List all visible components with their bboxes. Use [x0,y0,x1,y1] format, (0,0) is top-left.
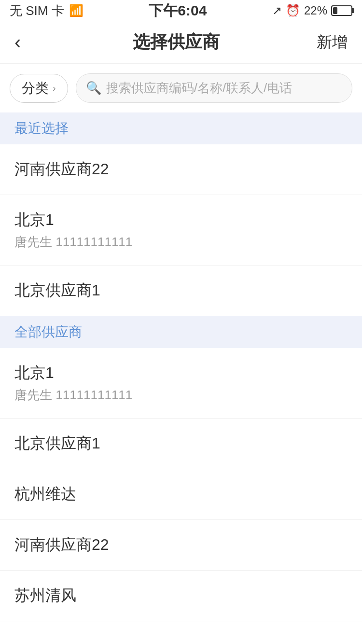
back-button[interactable]: ‹ [14,31,43,53]
page-title: 选择供应商 [133,30,220,54]
all-items-list: 北京1 唐先生 11111111111 北京供应商1 杭州维达 河南供应商22 … [0,348,362,621]
category-button[interactable]: 分类 › [10,74,68,103]
wifi-icon: 📶 [69,4,84,17]
filter-bar: 分类 › 🔍 搜索供应商编码/名称/联系人/电话 [0,64,362,112]
item-name: 河南供应商22 [14,534,348,556]
all-list-item[interactable]: 杭州维达 [0,469,362,520]
all-list-item[interactable]: 北京供应商1 [0,419,362,469]
item-name: 杭州维达 [14,484,348,505]
item-name: 北京供应商1 [14,433,348,454]
recent-list-item[interactable]: 北京供应商1 [0,266,362,316]
recent-list-item[interactable]: 河南供应商22 [0,144,362,195]
recent-items-list: 河南供应商22 北京1 唐先生 11111111111 北京供应商1 [0,144,362,316]
recent-list-item[interactable]: 北京1 唐先生 11111111111 [0,195,362,266]
category-label: 分类 [22,79,49,98]
search-icon: 🔍 [86,81,101,96]
all-section-label: 全部供应商 [14,324,82,339]
item-name: 苏州清风 [14,585,348,606]
battery-icon [331,5,352,16]
item-name: 河南供应商22 [14,159,348,180]
recent-section-label: 最近选择 [14,121,69,136]
location-icon: ↗ [272,4,282,17]
status-time: 下午6:04 [149,1,207,21]
item-name: 北京1 [14,210,348,231]
status-bar: 无 SIM 卡 📶 下午6:04 ↗ ⏰ 22% [0,0,362,21]
item-name: 北京供应商1 [14,280,348,301]
item-sub: 唐先生 11111111111 [14,387,348,404]
all-list-item[interactable]: 北京1 唐先生 11111111111 [0,348,362,419]
nav-bar: ‹ 选择供应商 新增 [0,21,362,64]
alarm-icon: ⏰ [286,4,300,17]
all-section-header: 全部供应商 [0,316,362,348]
item-name: 北京1 [14,363,348,384]
status-left: 无 SIM 卡 📶 [10,2,84,19]
battery-percent: 22% [304,4,327,17]
search-placeholder: 搜索供应商编码/名称/联系人/电话 [106,80,292,97]
status-right: ↗ ⏰ 22% [272,4,352,17]
all-list-item[interactable]: 河南供应商22 [0,520,362,571]
no-sim-text: 无 SIM 卡 [10,2,64,19]
chevron-right-icon: › [53,83,56,94]
all-list-item[interactable]: 苏州清风 [0,571,362,621]
recent-section-header: 最近选择 [0,112,362,144]
search-box[interactable]: 🔍 搜索供应商编码/名称/联系人/电话 [76,73,352,103]
item-sub: 唐先生 11111111111 [14,234,348,251]
new-button[interactable]: 新增 [309,32,348,53]
